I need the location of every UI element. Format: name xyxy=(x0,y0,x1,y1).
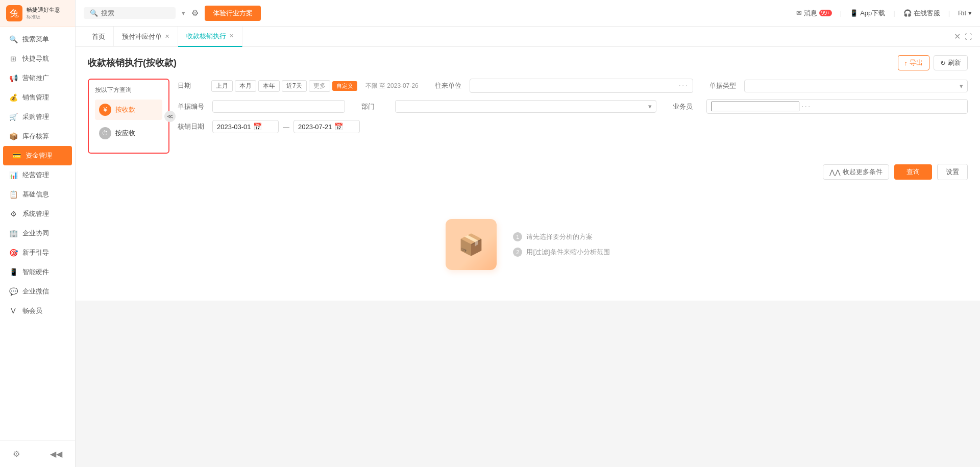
sidebar-item-hardware[interactable]: 📱 智能硬件 xyxy=(0,262,75,282)
settings-button[interactable]: 设置 xyxy=(937,164,968,180)
tab-home-label: 首页 xyxy=(92,32,105,41)
filter-option-by-receivable[interactable]: ⏱ 按应收 xyxy=(95,123,162,143)
doc-type-arrow-icon: ▾ xyxy=(960,82,963,90)
sales-icon: 💰 xyxy=(8,93,18,102)
writeoff-date-label: 核销日期 xyxy=(178,122,204,131)
page-title: 收款核销执行(按收款) xyxy=(88,57,177,69)
writeoff-date-start-value: 2023-03-01 xyxy=(217,123,251,131)
tab-home[interactable]: 首页 xyxy=(84,27,114,47)
online-service-link[interactable]: 🎧 在线客服 xyxy=(903,9,940,18)
collapse-conditions-button[interactable]: ⋀⋀ 收起更多条件 xyxy=(823,164,889,180)
sidebar-item-search[interactable]: 🔍 搜索菜单 xyxy=(0,30,75,49)
settings-icon[interactable]: ⚙ xyxy=(10,446,23,462)
purchase-icon: 🛒 xyxy=(8,113,18,121)
sidebar-item-guide[interactable]: 🎯 新手引导 xyxy=(0,243,75,262)
sn-input-field[interactable] xyxy=(217,103,340,110)
writeoff-date-range: 2023-03-01 📅 — 2023-07-21 📅 xyxy=(212,120,360,133)
collapse-sidebar-icon[interactable]: ◀◀ xyxy=(47,446,65,462)
sidebar-item-purchase[interactable]: 🛒 采购管理 xyxy=(0,107,75,127)
sidebar-item-capital[interactable]: 💳 资金管理 xyxy=(3,146,72,165)
user-dropdown-icon: ▾ xyxy=(968,9,972,17)
date-more[interactable]: 更多 xyxy=(309,80,330,92)
collapse-panel-button[interactable]: ≪ xyxy=(164,111,176,122)
staff-label: 业务员 xyxy=(673,102,698,111)
date-last-7days[interactable]: 近7天 xyxy=(282,80,307,92)
topbar-gear-icon[interactable]: ⚙ xyxy=(191,8,199,18)
sidebar-item-wechat[interactable]: 💬 企业微信 xyxy=(0,282,75,301)
sidebar-nav: 🔍 搜索菜单⊞ 快捷导航📢 营销推广💰 销售管理🛒 采购管理📦 库存核算💳 资金… xyxy=(0,27,75,440)
query-button[interactable]: 查询 xyxy=(894,164,932,180)
topbar-actions: ✉ 消息 99+ | 📱 App下载 | 🎧 在线客服 | Rit ▾ xyxy=(796,9,972,18)
export-button[interactable]: ↑ 导出 xyxy=(898,55,930,70)
sidebar-item-basic[interactable]: 📋 基础信息 xyxy=(0,185,75,204)
page-actions: ↑ 导出 ↻ 刷新 xyxy=(898,55,968,70)
sidebar: 兔 畅捷通好生意 标准版 🔍 搜索菜单⊞ 快捷导航📢 营销推广💰 销售管理🛒 采… xyxy=(0,0,76,467)
partner-label: 往来单位 xyxy=(435,81,461,90)
filter-option-by-receipt[interactable]: ¥ 按收款 xyxy=(95,100,162,120)
date-custom-badge[interactable]: 自定义 xyxy=(332,81,357,91)
content-area: 收款核销执行(按收款) ↑ 导出 ↻ 刷新 按以下方查询 ¥ 按收款 xyxy=(76,47,980,467)
app-download-link[interactable]: 📱 App下载 xyxy=(850,9,885,18)
sidebar-item-sales[interactable]: 💰 销售管理 xyxy=(0,88,75,107)
user-menu[interactable]: Rit ▾ xyxy=(958,9,972,17)
topbar-dropdown-icon[interactable]: ▾ xyxy=(182,9,185,17)
sidebar-item-operations[interactable]: 📊 经营管理 xyxy=(0,165,75,185)
refresh-button[interactable]: ↻ 刷新 xyxy=(934,55,968,70)
date-this-month[interactable]: 本月 xyxy=(235,80,256,92)
sidebar-item-marketing[interactable]: 📢 营销推广 xyxy=(0,68,75,88)
staff-input[interactable]: ··· xyxy=(706,99,968,114)
sidebar-logo: 兔 畅捷通好生意 标准版 xyxy=(0,0,75,27)
partner-input[interactable]: ··· xyxy=(470,79,693,93)
sidebar-item-label-wechat: 企业微信 xyxy=(22,287,49,296)
sidebar-item-system[interactable]: ⚙ 系统管理 xyxy=(0,204,75,224)
tab-receipt-writeoff[interactable]: 收款核销执行 ✕ xyxy=(178,27,242,47)
filter-right-form: 日期 上月 本月 本年 近7天 更多 自定义 不限 至 2023-07-26 往… xyxy=(178,79,968,154)
staff-input-field[interactable] xyxy=(711,102,799,111)
date-this-year[interactable]: 本年 xyxy=(258,80,280,92)
sidebar-item-enterprise[interactable]: 🏢 企业协同 xyxy=(0,224,75,243)
sidebar-item-inventory[interactable]: 📦 库存核算 xyxy=(0,127,75,146)
tab-receipt-writeoff-label: 收款核销执行 xyxy=(186,32,226,41)
search-input[interactable] xyxy=(101,9,162,17)
enterprise-icon: 🏢 xyxy=(8,229,18,237)
hardware-icon: 📱 xyxy=(8,268,18,276)
close-tab-icon[interactable]: ✕ xyxy=(954,32,961,41)
doc-type-label: 单据类型 xyxy=(709,81,736,90)
online-service-label: 在线客服 xyxy=(914,9,940,18)
dept-select[interactable]: ▾ xyxy=(395,100,656,113)
filter-row-3: 核销日期 2023-03-01 📅 — 2023-07-21 📅 xyxy=(178,120,968,133)
staff-picker-icon[interactable]: ··· xyxy=(801,102,811,111)
partner-picker-icon[interactable]: ··· xyxy=(679,81,689,90)
sidebar-item-shortcuts[interactable]: ⊞ 快捷导航 xyxy=(0,49,75,68)
expand-icon[interactable]: ⛶ xyxy=(965,33,972,41)
date-last-month[interactable]: 上月 xyxy=(211,80,233,92)
sidebar-item-label-capital: 资金管理 xyxy=(26,151,52,160)
solution-button[interactable]: 体验行业方案 xyxy=(205,6,261,21)
topbar-search-box[interactable]: 🔍 xyxy=(84,7,176,19)
empty-hint-1: 1 请先选择要分析的方案 xyxy=(513,232,609,241)
page-header: 收款核销执行(按收款) ↑ 导出 ↻ 刷新 xyxy=(76,47,980,70)
tab-receipt-writeoff-close[interactable]: ✕ xyxy=(229,33,234,39)
empty-illustration: 📦 xyxy=(446,219,497,270)
system-icon: ⚙ xyxy=(8,210,18,218)
filter-option-receipt-label: 按收款 xyxy=(115,105,135,114)
sn-input[interactable] xyxy=(212,100,345,113)
tab-prepay[interactable]: 预付冲应付单 ✕ xyxy=(114,27,178,47)
filter-option-receivable-label: 按应收 xyxy=(115,129,135,138)
tab-prepay-close[interactable]: ✕ xyxy=(165,33,169,40)
sidebar-item-label-marketing: 营销推广 xyxy=(22,73,49,83)
marketing-icon: 📢 xyxy=(8,74,18,82)
doc-type-select[interactable]: ▾ xyxy=(744,80,968,92)
topbar-message[interactable]: ✉ 消息 99+ xyxy=(796,9,832,18)
partner-input-field[interactable] xyxy=(474,82,677,90)
sidebar-item-label-purchase: 采购管理 xyxy=(22,112,49,121)
writeoff-date-start[interactable]: 2023-03-01 📅 xyxy=(212,120,279,133)
sidebar-item-member[interactable]: V 畅会员 xyxy=(0,301,75,321)
message-label: 消息 xyxy=(804,9,817,18)
sidebar-item-label-shortcuts: 快捷导航 xyxy=(22,54,49,63)
writeoff-date-end[interactable]: 2023-07-21 📅 xyxy=(293,120,360,133)
export-icon: ↑ xyxy=(904,59,908,67)
filter-action-row: ⋀⋀ 收起更多条件 查询 设置 xyxy=(76,162,980,188)
app-edition: 标准版 xyxy=(27,14,60,20)
date-quick-buttons: 上月 本月 本年 近7天 更多 自定义 xyxy=(211,80,357,92)
